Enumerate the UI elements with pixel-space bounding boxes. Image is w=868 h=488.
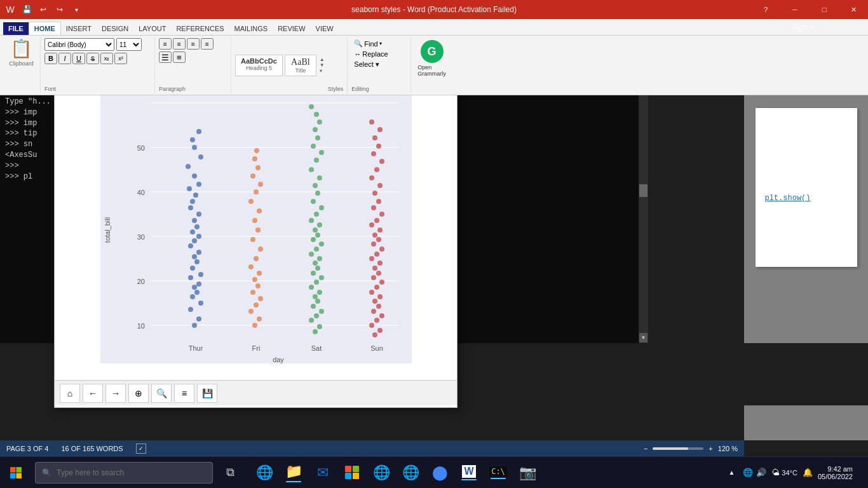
tab-home[interactable]: HOME	[29, 22, 61, 35]
align-right-button[interactable]: ≡	[187, 38, 200, 50]
maximize-button[interactable]: □	[810, 0, 839, 19]
italic-button[interactable]: I	[58, 53, 71, 64]
taskbar-search-icon: 🔍	[42, 468, 51, 477]
dot-fri	[254, 148, 259, 153]
clock-widget[interactable]: 9:42 am 05/06/2022	[818, 465, 853, 480]
word-black-area	[744, 343, 868, 405]
tab-design[interactable]: DESIGN	[97, 22, 133, 35]
store-icon-q1	[345, 466, 351, 472]
dot-sat	[313, 227, 318, 233]
browser3-button[interactable]: 🌐	[397, 457, 424, 489]
tab-layout[interactable]: LAYOUT	[133, 22, 171, 35]
tab-file[interactable]: FILE	[3, 22, 29, 35]
help-button[interactable]: ?	[751, 0, 780, 19]
file-explorer-active-indicator	[286, 481, 301, 482]
configure-tool-button[interactable]: ≡	[174, 384, 194, 403]
style-title[interactable]: AaBl Title	[285, 55, 316, 76]
scroll-thumb[interactable]	[639, 184, 648, 197]
dot-sat	[319, 205, 324, 210]
camera-button[interactable]: 📷	[513, 457, 541, 489]
figure-window: 📊 Figure 1 ─ □ ✕ 10 20 30	[54, 52, 458, 408]
numbering-button[interactable]: ≡	[173, 51, 186, 63]
font-family-select[interactable]: Calibri (Body)	[44, 38, 114, 51]
find-button[interactable]: 🔍 Find ▾	[351, 38, 407, 49]
bold-button[interactable]: B	[44, 53, 57, 64]
back-tool-button[interactable]: ←	[83, 384, 103, 403]
network-icon[interactable]: 🌐	[743, 468, 753, 477]
replace-button[interactable]: ↔ Replace	[351, 49, 407, 59]
ribbon-group-font: Calibri (Body) 11 B I U S̶ x₂ x² Font	[41, 37, 155, 93]
dot-fri	[257, 271, 262, 276]
task-view-button[interactable]: ⧉	[216, 457, 244, 489]
open-grammarly-button[interactable]: OpenGrammarly	[417, 64, 446, 77]
select-button[interactable]: Select ▾	[351, 59, 407, 70]
sign-in-button[interactable]: Sign in	[787, 19, 820, 36]
dot-thur	[192, 238, 197, 243]
dot-fri	[252, 277, 257, 282]
tab-mailings[interactable]: MAILINGS	[229, 22, 273, 35]
font-size-select[interactable]: 11	[116, 38, 142, 51]
tab-insert[interactable]: INSERT	[61, 22, 97, 35]
undo-icon[interactable]: ↩	[36, 3, 50, 17]
mail-button[interactable]: ✉	[309, 457, 337, 489]
styles-scroll[interactable]: ▲ ▼ ▾	[318, 55, 326, 75]
zoom-slider[interactable]	[653, 447, 703, 450]
save-icon[interactable]: 💾	[20, 3, 34, 17]
align-left-button[interactable]: ≡	[159, 38, 172, 50]
paste-button[interactable]: 📋	[10, 38, 32, 59]
dot-sun	[379, 212, 384, 217]
dot-sun	[371, 205, 376, 210]
style-heading5[interactable]: AaBbCcDc Heading 5	[235, 55, 283, 76]
page-status: PAGE 3 OF 4	[6, 445, 48, 452]
close-button[interactable]: ✕	[839, 0, 868, 19]
notification-button[interactable]: 🔔	[803, 468, 813, 477]
weather-widget[interactable]: 🌤 34°C	[771, 468, 797, 477]
forward-tool-button[interactable]: →	[105, 384, 126, 403]
zoom-tool-button[interactable]: 🔍	[151, 384, 172, 403]
show-desktop-button[interactable]	[858, 457, 863, 489]
dot-sun	[376, 237, 381, 242]
tab-view[interactable]: VIEW	[311, 22, 339, 35]
dot-sat	[314, 280, 319, 285]
show-hidden-icons-button[interactable]: ▲	[725, 466, 738, 479]
tab-references[interactable]: REFERENCES	[171, 22, 229, 35]
home-tool-button[interactable]: ⌂	[60, 384, 80, 403]
strikethrough-button[interactable]: S̶	[86, 53, 99, 64]
volume-icon[interactable]: 🔊	[756, 468, 766, 477]
taskbar-search-bar[interactable]: 🔍	[35, 462, 213, 484]
dot-sun	[379, 247, 384, 252]
edge-browser-button[interactable]: 🌐	[250, 457, 278, 489]
align-center-button[interactable]: ≡	[173, 38, 186, 50]
proofing-icon[interactable]: ✓	[136, 444, 146, 454]
ribbon-content: 📋 Clipboard Calibri (Body) 11 B I U S̶ x…	[0, 36, 868, 95]
word-code-text[interactable]: plt.show()	[765, 194, 848, 203]
grammarly-icon[interactable]: G	[421, 40, 444, 63]
start-button[interactable]	[0, 457, 32, 489]
dot-sun	[379, 280, 384, 285]
customize-icon[interactable]: ▾	[69, 3, 83, 17]
underline-button[interactable]: U	[72, 53, 85, 64]
replace-icon: ↔	[354, 50, 361, 58]
terminal-button[interactable]: C:\	[484, 457, 512, 489]
minimize-button[interactable]: ─	[780, 0, 810, 19]
dot-thur	[190, 137, 195, 142]
scroll-down-button[interactable]: ▼	[639, 333, 648, 342]
browser2-button[interactable]: 🌐	[367, 457, 395, 489]
justify-button[interactable]: ≡	[201, 38, 214, 50]
bullets-button[interactable]: ☰	[159, 51, 172, 63]
tab-review[interactable]: REVIEW	[273, 22, 310, 35]
chrome-button[interactable]: ⬤	[426, 457, 454, 489]
subscript-button[interactable]: x₂	[100, 53, 113, 64]
dot-thur	[188, 307, 193, 312]
file-explorer-button[interactable]: 📁	[280, 457, 308, 489]
y-label-40: 40	[137, 189, 144, 196]
word-button[interactable]: W	[455, 457, 483, 489]
dot-sat	[313, 127, 318, 132]
taskbar-search-input[interactable]	[57, 468, 206, 477]
zoom-pan-tool-button[interactable]: ⊕	[128, 384, 149, 403]
temperature-text: 34°C	[782, 469, 797, 477]
superscript-button[interactable]: x²	[114, 53, 127, 64]
store-button[interactable]	[338, 457, 366, 489]
save-fig-button[interactable]: 💾	[197, 384, 217, 403]
redo-icon[interactable]: ↪	[53, 3, 67, 17]
